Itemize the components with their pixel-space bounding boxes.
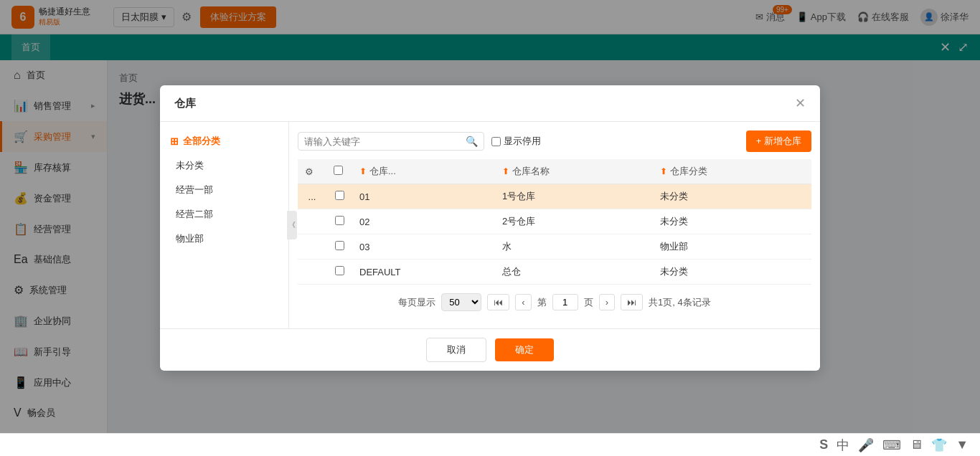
row-checkbox-1[interactable] [335,191,344,200]
row-check-1 [326,184,352,209]
grid-icon: ⊞ [170,136,179,147]
table-toolbar: 🔍 显示停用 + 新增仓库 [298,130,811,152]
row-check-3 [326,234,352,260]
confirm-btn[interactable]: 确定 [495,338,554,361]
select-all-checkbox[interactable] [334,166,343,175]
category-item-dept1[interactable]: 经营一部 [160,178,288,202]
table-panel: 🔍 显示停用 + 新增仓库 ⚙ [289,122,820,328]
bottombar: S 中 🎤 ⌨ 🖥 👕 ▼ [0,433,980,456]
modal-header: 仓库 ✕ [160,85,820,122]
table-row[interactable]: 03 水 物业部 [298,234,811,260]
row-name-1: 1号仓库 [495,184,654,209]
table-body: ... 01 1号仓库 未分类 [298,184,811,285]
page-unit: 页 [584,296,593,309]
modal-body: ⊞ 全部分类 未分类 经营一部 经营二部 物业部 《 🔍 [160,122,820,328]
modal-close-btn[interactable]: ✕ [795,95,806,111]
table-row[interactable]: ... 01 1号仓库 未分类 [298,184,811,209]
sort-icon-code: ⬆ [359,166,367,176]
row-checkbox-2[interactable] [335,216,344,225]
page-label: 第 [537,296,547,309]
collapse-btn[interactable]: 《 [287,211,297,239]
modal-overlay: 仓库 ✕ ⊞ 全部分类 未分类 经营一部 经营二部 物业部 《 [0,0,980,456]
per-page-label: 每页显示 [398,296,435,309]
row-name-3: 水 [495,234,654,260]
row-category-2: 未分类 [653,209,811,234]
show-disabled-checkbox[interactable] [491,137,501,146]
row-check-2 [326,209,352,234]
cancel-btn[interactable]: 取消 [426,338,486,362]
category-item-unclassified[interactable]: 未分类 [160,153,288,178]
add-warehouse-btn[interactable]: + 新增仓库 [746,130,811,152]
keyboard-icon[interactable]: ⌨ [882,437,901,453]
category-item-property[interactable]: 物业部 [160,227,288,251]
row-code-2: 02 [352,209,495,234]
show-disabled-label: 显示停用 [504,135,541,148]
row-checkbox-4[interactable] [335,266,344,275]
row-gear-3 [298,234,326,260]
table-row[interactable]: 02 2号仓库 未分类 [298,209,811,234]
table-wrapper: ⚙ ⬆ 仓库... [298,159,811,285]
per-page-select[interactable]: 50 20 100 [441,293,481,311]
category-all-label: 全部分类 [183,135,220,148]
th-gear: ⚙ [298,159,326,184]
row-check-4 [326,260,352,285]
warehouse-table: ⚙ ⬆ 仓库... [298,159,811,285]
current-page-input[interactable] [552,294,578,310]
row-gear-4 [298,260,326,285]
show-disabled-toggle[interactable]: 显示停用 [491,135,541,148]
warehouse-modal: 仓库 ✕ ⊞ 全部分类 未分类 经营一部 经营二部 物业部 《 [160,85,820,371]
th-code: ⬆ 仓库... [352,159,495,184]
row-name-2: 2号仓库 [495,209,654,234]
prev-page-btn[interactable]: ‹ [515,294,531,310]
search-input[interactable] [304,136,466,147]
s-logo: S [819,437,828,452]
modal-footer: 取消 确定 [160,328,820,371]
row-gear-2 [298,209,326,234]
total-records: 共1页, 4条记录 [649,296,711,309]
th-category: ⬆ 仓库分类 [653,159,811,184]
table-row[interactable]: DEFAULT 总仓 未分类 [298,260,811,285]
th-name: ⬆ 仓库名称 [495,159,654,184]
sort-icon-category: ⬆ [660,166,667,176]
chevron-down-icon[interactable]: ▼ [956,437,969,452]
row-checkbox-3[interactable] [335,241,344,250]
pagination: 每页显示 50 20 100 ⏮ ‹ 第 页 › ⏭ 共1页, 4条记录 [298,285,811,320]
row-code-1: 01 [352,184,495,209]
row-category-1: 未分类 [653,184,811,209]
cn-flag: 中 [837,437,849,454]
row-category-3: 物业部 [653,234,811,260]
sort-icon-name: ⬆ [502,166,509,176]
modal-title: 仓库 [174,97,196,110]
display-icon[interactable]: 🖥 [910,437,923,452]
row-code-3: 03 [352,234,495,260]
row-name-4: 总仓 [495,260,654,285]
search-input-wrap: 🔍 [298,132,484,151]
mic-icon[interactable]: 🎤 [858,437,874,453]
row-category-4: 未分类 [653,260,811,285]
first-page-btn[interactable]: ⏮ [487,294,509,310]
row-gear-1: ... [298,184,326,209]
last-page-btn[interactable]: ⏭ [621,294,643,310]
next-page-btn[interactable]: › [599,294,615,310]
row-code-4: DEFAULT [352,260,495,285]
search-icon[interactable]: 🔍 [466,136,478,147]
table-head: ⚙ ⬆ 仓库... [298,159,811,184]
category-item-dept2[interactable]: 经营二部 [160,202,288,227]
category-panel: ⊞ 全部分类 未分类 经营一部 经营二部 物业部 《 [160,122,289,328]
shirt-icon[interactable]: 👕 [931,437,947,453]
category-all[interactable]: ⊞ 全部分类 [160,129,288,153]
th-check [326,159,352,184]
